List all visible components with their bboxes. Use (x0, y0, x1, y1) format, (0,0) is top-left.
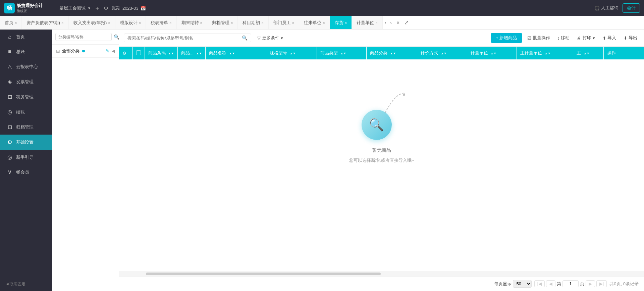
name-sort-icon[interactable]: ▲▼ (229, 52, 235, 55)
tab-income[interactable]: 收入支出表(年报) × (69, 16, 115, 29)
th-code-label: 商品... (181, 50, 194, 55)
sidebar-item-settle[interactable]: ◷ 结账 (0, 104, 52, 119)
tab-tax[interactable]: 税表清单 × (146, 16, 176, 29)
tab-partner-close[interactable]: × (323, 21, 325, 25)
th-barcode[interactable]: 商品条码 ▲▼ (145, 47, 177, 59)
tab-inventory[interactable]: 存货 × (330, 16, 352, 29)
print-label: 打印 (583, 35, 591, 41)
sidebar-collapse-button[interactable]: ◄取消固定 (0, 277, 52, 291)
per-page-select[interactable]: 10 20 50 100 (513, 280, 532, 288)
th-product-name[interactable]: 商品名称 ▲▼ (206, 47, 266, 59)
tab-archive-close[interactable]: × (231, 21, 233, 25)
price-sort-icon[interactable]: ▲▼ (441, 52, 447, 55)
th-checkbox[interactable] (132, 47, 145, 59)
th-main-unit[interactable]: 主计量单位 ▲▼ (517, 47, 573, 59)
tab-close-all-button[interactable]: × (394, 20, 402, 26)
batch-operation-button[interactable]: ☑ 批量操作 (525, 34, 552, 42)
tab-dept-close[interactable]: × (292, 21, 294, 25)
tab-unit[interactable]: 计量单位 × (352, 16, 382, 29)
tab-income-close[interactable]: × (108, 21, 110, 25)
sidebar-item-ledger[interactable]: ≡ 总账 (0, 44, 52, 59)
select-all-checkbox[interactable] (136, 50, 141, 55)
horizontal-scrollbar[interactable] (119, 271, 644, 276)
tab-unit-label: 计量单位 (357, 20, 374, 26)
tab-asset-close[interactable]: × (61, 21, 63, 25)
th-product-type[interactable]: 商品类型 ▲▼ (317, 47, 367, 59)
member-icon: V (7, 169, 13, 175)
category-search-icon[interactable]: 🔍 (114, 34, 119, 40)
tab-period-close[interactable]: × (200, 21, 202, 25)
tab-dept[interactable]: 部门员工 × (269, 16, 299, 29)
tab-unit-close[interactable]: × (375, 21, 377, 25)
calendar-icon[interactable]: 📅 (141, 6, 146, 11)
th-spec[interactable]: 规格型号 ▲▼ (266, 47, 317, 59)
tab-partner[interactable]: 往来单位 × (299, 16, 330, 29)
settings-icon[interactable]: ⚙ (104, 5, 108, 11)
th-category[interactable]: 商品分类 ▲▼ (367, 47, 417, 59)
empty-state: 暂无商品 您可以选择新增,或者直接导入哦~ (119, 59, 644, 194)
type-sort-icon[interactable]: ▲▼ (340, 52, 346, 55)
category-edit-icon[interactable]: ✎ (106, 48, 110, 54)
sidebar-item-home[interactable]: ⌂ 首页 (0, 30, 52, 44)
sidebar-item-invoice[interactable]: ◈ 发票管理 (0, 74, 52, 89)
tab-subject[interactable]: 科目期初 × (238, 16, 268, 29)
th-num[interactable]: 主 ▲▼ (573, 47, 603, 59)
main-unit-sort-icon[interactable]: ▲▼ (545, 52, 551, 55)
sidebar-item-member[interactable]: V 畅会员 (0, 165, 52, 180)
tab-template-close[interactable]: × (139, 21, 141, 25)
barcode-sort-icon[interactable]: ▲▼ (168, 52, 174, 55)
category-search-input[interactable] (55, 33, 112, 41)
tab-home[interactable]: 首页 × (0, 16, 22, 29)
scrollbar-thumb[interactable] (146, 273, 381, 275)
num-sort-icon[interactable]: ▲▼ (584, 52, 590, 55)
product-search-input[interactable] (127, 36, 240, 41)
logo-icon: 畅 (4, 3, 15, 13)
sidebar: ⌂ 首页 ≡ 总账 △ 云报表中心 ◈ 发票管理 ⊞ 税务管理 ◷ 结账 ⊡ 归… (0, 30, 52, 291)
cat-sort-icon[interactable]: ▲▼ (390, 52, 396, 55)
print-button[interactable]: 🖨 打印 ▾ (575, 34, 597, 42)
grid-icon: ⊞ (56, 48, 60, 54)
tab-tax-close[interactable]: × (169, 21, 171, 25)
next-page-button[interactable]: ▶ (586, 280, 595, 287)
new-product-button[interactable]: + 新增商品 (491, 33, 522, 43)
add-workspace-button[interactable]: ＋ (94, 4, 100, 12)
page-input[interactable] (562, 280, 579, 287)
search-bar: 🔍 (124, 34, 251, 42)
account-button[interactable]: 会计 (623, 3, 640, 13)
service-button[interactable]: 🎧 人工咨询 (594, 5, 619, 11)
sidebar-item-guide[interactable]: ◎ 新手引导 (0, 150, 52, 165)
more-filter-button[interactable]: ▽ 更多条件 ▾ (255, 34, 286, 42)
sidebar-item-tax[interactable]: ⊞ 税务管理 (0, 89, 52, 104)
tab-home-label: 首页 (5, 20, 13, 26)
sidebar-item-reports[interactable]: △ 云报表中心 (0, 59, 52, 74)
prev-page-button[interactable]: ◀ (546, 280, 555, 287)
tab-prev-button[interactable]: ‹ (383, 20, 388, 26)
sidebar-item-archive[interactable]: ⊡ 归档管理 (0, 119, 52, 135)
code-sort-icon[interactable]: ▲▼ (196, 52, 202, 55)
th-product-code[interactable]: 商品... ▲▼ (177, 47, 205, 59)
panel-collapse-icon[interactable]: ◀ (112, 49, 115, 53)
th-settings[interactable]: ⚙ (119, 47, 132, 59)
last-page-button[interactable]: ▶| (596, 280, 607, 287)
tab-template[interactable]: 模版设计 × (115, 16, 146, 29)
tab-archive[interactable]: 归档管理 × (207, 16, 238, 29)
import-button[interactable]: ⬆ 导入 (600, 34, 618, 42)
product-search-icon[interactable]: 🔍 (242, 35, 248, 41)
tab-partner-label: 往来单位 (304, 20, 321, 26)
spec-sort-icon[interactable]: ▲▼ (290, 52, 296, 55)
tab-subject-close[interactable]: × (261, 21, 263, 25)
tab-inventory-close[interactable]: × (345, 21, 347, 25)
tab-period[interactable]: 期末结转 × (177, 16, 207, 29)
th-unit[interactable]: 计量单位 ▲▼ (467, 47, 517, 59)
tab-next-button[interactable]: › (388, 20, 394, 26)
first-page-button[interactable]: |◀ (534, 280, 545, 287)
tab-asset[interactable]: 资产负债表(中期) × (22, 16, 68, 29)
workspace-selector[interactable]: 基层工会测试 ▼ (59, 5, 91, 11)
export-button[interactable]: ⬇ 导出 (622, 34, 639, 42)
tab-home-close[interactable]: × (15, 21, 17, 25)
sidebar-item-basic[interactable]: ⚙ 基础设置 (0, 135, 52, 150)
tab-expand-button[interactable]: ⤢ (402, 19, 411, 26)
th-price-mode[interactable]: 计价方式 ▲▼ (417, 47, 467, 59)
move-button[interactable]: ↕ 移动 (555, 34, 572, 42)
unit-sort-icon[interactable]: ▲▼ (490, 52, 496, 55)
